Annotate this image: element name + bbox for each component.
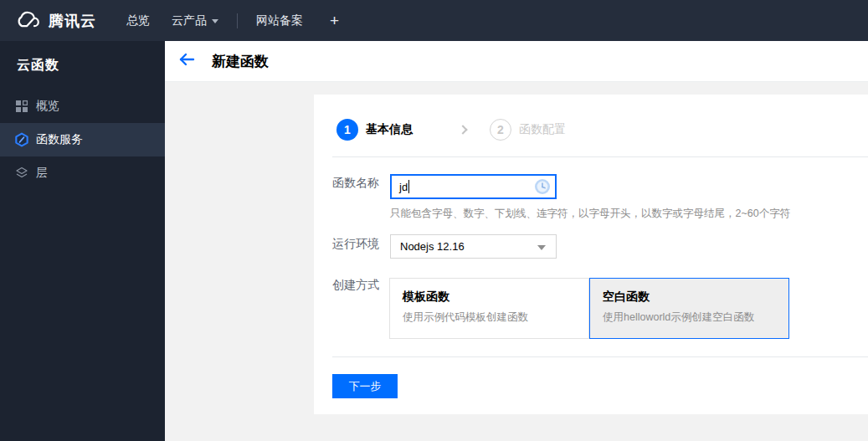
- sidebar-item-function-service[interactable]: 函数服务: [0, 123, 165, 156]
- add-tab-button[interactable]: +: [330, 13, 339, 28]
- creation-method-options: 模板函数 使用示例代码模板创建函数 空白函数 使用helloworld示例创建空…: [389, 278, 789, 339]
- top-navbar: 腾讯云 总览 云产品 网站备案 +: [0, 0, 868, 41]
- sidebar: 云函数 概览: [0, 41, 165, 441]
- sidebar-item-label: 函数服务: [36, 132, 83, 147]
- nav-item-icp-filing[interactable]: 网站备案: [256, 13, 303, 28]
- step-1-label: 基本信息: [366, 122, 413, 137]
- method-card-blank-function[interactable]: 空白函数 使用helloworld示例创建空白函数: [589, 278, 789, 339]
- sidebar-item-layers[interactable]: 层: [0, 156, 165, 190]
- content-area: 1 基本信息 2 函数配置 函数名称 jd: [165, 83, 868, 441]
- runtime-label: 运行环境: [332, 237, 379, 252]
- sidebar-item-label: 概览: [36, 99, 59, 114]
- runtime-select[interactable]: Nodejs 12.16: [390, 234, 557, 259]
- sidebar-menu: 概览 函数服务 层: [0, 90, 165, 190]
- logo-text: 腾讯云: [49, 11, 96, 31]
- sidebar-title: 云函数: [0, 41, 165, 74]
- layers-icon: [14, 166, 29, 181]
- nav-item-cloud-products[interactable]: 云产品: [172, 13, 218, 28]
- method-card-desc: 使用示例代码模板创建函数: [403, 310, 588, 325]
- runtime-selected-value: Nodejs 12.16: [400, 240, 465, 253]
- tencent-cloud-console: 腾讯云 总览 云产品 网站备案 + 云函数: [0, 0, 868, 441]
- arrow-left-icon: [178, 53, 195, 69]
- tencent-cloud-logo[interactable]: 腾讯云: [15, 11, 96, 31]
- function-name-input[interactable]: jd: [390, 174, 557, 199]
- back-button[interactable]: [178, 53, 195, 69]
- navbar-separator: [237, 13, 238, 28]
- footer-divider: [332, 356, 868, 357]
- step-2-label: 函数配置: [519, 122, 566, 137]
- grid-overview-icon: [14, 99, 29, 114]
- steps-divider: [332, 156, 868, 157]
- chevron-down-icon: [212, 19, 218, 23]
- next-step-button[interactable]: 下一步: [332, 374, 398, 398]
- function-name-value: jd: [399, 181, 408, 193]
- chevron-right-icon: [458, 125, 467, 134]
- create-function-card: 1 基本信息 2 函数配置 函数名称 jd: [314, 95, 868, 414]
- step-1-circle: 1: [336, 119, 358, 141]
- sidebar-item-overview[interactable]: 概览: [0, 90, 165, 123]
- text-cursor: [408, 180, 409, 193]
- method-card-title: 空白函数: [603, 290, 788, 305]
- method-card-title: 模板函数: [403, 290, 588, 305]
- scf-hexagon-icon: [14, 132, 29, 147]
- nav-item-overview[interactable]: 总览: [126, 13, 150, 28]
- cloud-logo-icon: [15, 11, 40, 31]
- creation-method-label: 创建方式: [332, 278, 379, 293]
- clock-icon[interactable]: [534, 178, 551, 195]
- step-2-circle: 2: [490, 119, 511, 141]
- function-name-help: 只能包含字母、数字、下划线、连字符，以字母开头，以数字或字母结尾，2~60个字符: [390, 207, 790, 221]
- page-header: 新建函数: [165, 41, 868, 82]
- function-name-label: 函数名称: [332, 176, 379, 191]
- method-card-template-function[interactable]: 模板函数 使用示例代码模板创建函数: [389, 278, 589, 339]
- wizard-steps: 1 基本信息 2 函数配置: [336, 119, 566, 141]
- page-title: 新建函数: [212, 52, 269, 71]
- select-caret-icon: [537, 245, 546, 250]
- method-card-desc: 使用helloworld示例创建空白函数: [603, 310, 788, 325]
- sidebar-item-label: 层: [36, 166, 48, 181]
